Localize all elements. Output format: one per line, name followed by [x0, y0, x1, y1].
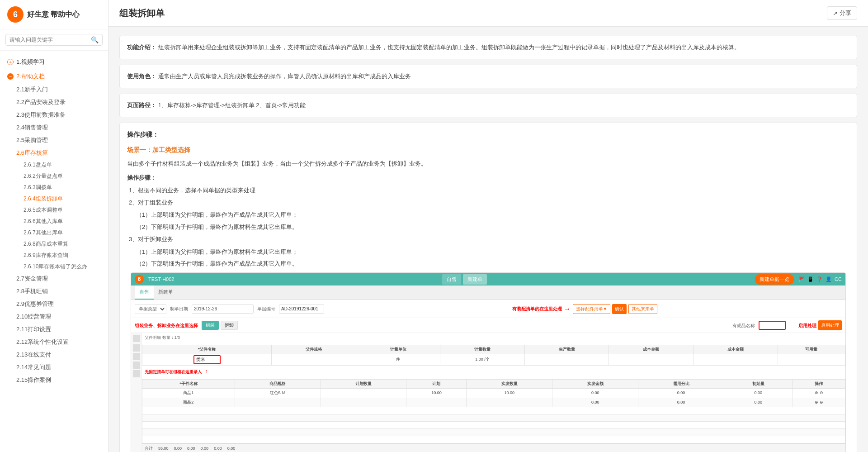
sidebar-item-dataprep[interactable]: 2.3使用前数据准备 [9, 109, 108, 121]
child-col-plan: 计划 [406, 379, 467, 388]
sidebar-item-coupon[interactable]: 2.9优惠券管理 [9, 298, 108, 310]
mini-up-arrow: ↑ [205, 368, 208, 375]
sidebar-item-transfer[interactable]: 2.6.3调拨单 [16, 182, 108, 193]
parent-table-row: 件 1.00 /个 [142, 354, 845, 365]
sidebar-item-management[interactable]: 2.10经营管理 [9, 310, 108, 323]
parent-col-unit: 计量单位 [356, 345, 440, 354]
sidebar-item-stock-query[interactable]: 2.6.9库存账本查询 [16, 250, 108, 261]
sidebar-item-faq[interactable]: 2.14常见问题 [9, 361, 108, 374]
sidebar-item-cost-adjust[interactable]: 2.6.5成本调整单 [16, 205, 108, 216]
child-r1-plan: 10.00 [406, 389, 467, 398]
sidebar-item-stock-fix[interactable]: 2.6.10库存账本错了怎么办 [16, 261, 108, 272]
parent-name-input[interactable] [193, 355, 221, 364]
parent-col-name: *父件名称 [142, 345, 272, 354]
mini-table-area: 父件明细 数量：1/3 *父件名称 父件规格 计量单位 计量数量 生产数量 [131, 333, 845, 452]
feature-intro-block: 功能介绍： 组装拆卸单用来处理企业组装或拆卸等加工业务，支持有固定装配清单的产品… [119, 36, 857, 59]
sidebar-item-other-out[interactable]: 2.6.7其他出库单 [16, 227, 108, 238]
sidebar-item-cases[interactable]: 2.15操作案例 [9, 374, 108, 386]
parent-col-cost2: 成本金额 [693, 345, 778, 354]
child-col-init: 初始量 [724, 379, 793, 388]
mini-icon-flag: 🚩 [798, 275, 805, 284]
feature-intro-text: 组装拆卸单用来处理企业组装或拆卸等加工业务，支持有固定装配清单的产品加工业务，也… [158, 44, 740, 51]
mini-type-btns: 组装 拆卸 [202, 321, 238, 330]
parent-row-spec [272, 354, 356, 365]
mini-icon-3 [133, 353, 140, 360]
mini-tab-main[interactable]: 自售 [135, 285, 154, 300]
top-bar: 组装拆卸单 ↗ 分享 [108, 0, 868, 27]
mini-process-btn[interactable]: 选择配件清单▼ [573, 304, 611, 314]
mini-batch-label: 有规品名称 [732, 322, 755, 329]
sidebar-item-assembly[interactable]: 2.6.4组装拆卸单 [16, 193, 108, 205]
mini-parent-table: *父件名称 父件规格 计量单位 计量数量 生产数量 成本金额 成本金额 可用量 [142, 345, 845, 366]
mini-type-select[interactable]: 单据类型 [135, 304, 166, 314]
footer-val4: 0.00 [201, 445, 209, 452]
step2-sub1: （1）上部明细为父件明细，最终作为产成品生成其它入库单； [136, 209, 849, 220]
footer-val2: 0.00 [174, 445, 182, 452]
mini-tables-container: 父件明细 数量：1/3 *父件名称 父件规格 计量单位 计量数量 生产数量 [142, 333, 845, 452]
mini-tab-new[interactable]: 新建单 [463, 274, 487, 285]
sidebar-item-inventory[interactable]: 2.6库存核算 [9, 147, 108, 159]
child-col-op: 操作 [793, 379, 845, 388]
sidebar-item-other-in[interactable]: 2.6.6其他入库单 [16, 216, 108, 227]
child-row-5 [142, 421, 845, 428]
mini-btn-assembly[interactable]: 组装 [202, 321, 219, 330]
sidebar-item-personalize[interactable]: 2.12系统个性化设置 [9, 336, 108, 348]
sidebar-item-video[interactable]: + 1.视频学习 [0, 55, 108, 69]
share-icon: ↗ [833, 10, 838, 17]
page-title: 组装拆卸单 [119, 7, 165, 19]
share-button[interactable]: ↗ 分享 [827, 6, 857, 20]
path-block: 页面路径： 1、库存核算->库存管理->组装拆卸单 2、首页->常用功能 [119, 94, 857, 117]
mini-window-title: TEST-H002 [148, 275, 174, 284]
mini-icon-4 [133, 362, 140, 369]
search-input[interactable] [9, 37, 91, 43]
mini-billno-input[interactable] [279, 305, 324, 314]
child-r2-spec [235, 398, 321, 407]
sidebar-item-finance[interactable]: 2.7资金管理 [9, 272, 108, 285]
path-label: 页面路径： [127, 102, 156, 109]
step2: 2、对于组装业务 [127, 197, 849, 208]
mini-other-btn[interactable]: 其他来来单 [628, 304, 657, 314]
child-r1-actamt: 0.00 [552, 389, 638, 398]
sidebar-item-install[interactable]: 2.2产品安装及登录 [9, 96, 108, 109]
child-col-actqty: 实发数量 [467, 379, 552, 388]
mini-tab-self[interactable]: 自售 [442, 274, 461, 285]
parent-col-qty: 计量数量 [440, 345, 525, 354]
role-text: 通常由生产人员或库管人员完成拆装业务的操作，库管人员确认原材料的出库和产成品的入… [158, 73, 411, 80]
mini-icon-user: 👤 [826, 275, 832, 284]
logo-text: 好生意 帮助中心 [27, 10, 80, 19]
sidebar-item-stocktake[interactable]: 2.6.1盘点单 [16, 159, 108, 171]
sidebar-item-payment[interactable]: 2.13在线支付 [9, 348, 108, 361]
sidebar-item-sales[interactable]: 2.4销售管理 [9, 121, 108, 134]
mini-arrow-area: → [564, 303, 571, 315]
mini-new-btn[interactable]: 新建单据一览 [755, 274, 794, 285]
mini-icon-1 [133, 335, 140, 342]
sidebar-item-newbie[interactable]: 2.1新手入门 [9, 83, 108, 96]
mini-confirm-btn[interactable]: 确认 [612, 304, 627, 314]
footer-val5: 0.00 [214, 445, 222, 452]
child-r2-actqty [467, 398, 552, 407]
mini-icon-cc: CC [835, 275, 842, 284]
mini-handle-btn[interactable]: 启用处理 [818, 320, 842, 330]
footer-val3: 0.00 [187, 445, 195, 452]
mini-tab-new2[interactable]: 新建单 [154, 285, 178, 300]
footer-val6: 0.00 [227, 445, 236, 452]
mini-btn-disassembly[interactable]: 拆卸 [221, 321, 238, 330]
sidebar-item-cost-recalc[interactable]: 2.6.8商品成本重算 [16, 238, 108, 250]
mini-app: 6 TEST-H002 自售 新建单 新建单据一览 🚩 📱 ❓ 👤 CC [131, 272, 846, 452]
search-area: 🔍 [0, 29, 108, 51]
sidebar-item-portion-stocktake[interactable]: 2.6.2分量盘点单 [16, 171, 108, 182]
collapse-icon-docs: − [7, 73, 14, 80]
mini-icon-bar [131, 333, 142, 452]
parent-col-avail: 可用量 [778, 345, 845, 354]
nav-sub-inventory: 2.6.1盘点单 2.6.2分量盘点单 2.6.3调拨单 2.6.4组装拆卸单 … [9, 159, 108, 272]
sidebar-item-mobile[interactable]: 2.8手机旺铺 [9, 285, 108, 298]
sidebar-item-print[interactable]: 2.11打印设置 [9, 323, 108, 336]
sidebar-item-docs[interactable]: − 2.帮助文档 [0, 70, 108, 83]
search-icon[interactable]: 🔍 [91, 36, 99, 43]
child-r2-planqty [321, 398, 406, 407]
mini-batch-input[interactable] [759, 321, 786, 330]
sidebar-item-purchase[interactable]: 2.5采购管理 [9, 134, 108, 147]
parent-row-prod [524, 354, 609, 365]
mini-date-input[interactable] [192, 305, 254, 314]
mini-icon-help: ❓ [816, 275, 823, 284]
